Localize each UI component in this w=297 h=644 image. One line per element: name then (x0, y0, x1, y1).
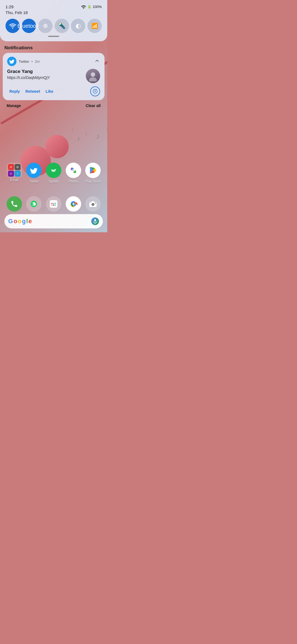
dock-item-whatsapp[interactable] (25, 196, 43, 213)
retweet-button[interactable]: Retweet (23, 88, 42, 95)
svg-point-24 (73, 203, 74, 205)
google-search-bar[interactable]: G o o g l e (4, 214, 103, 228)
svg-rect-31 (94, 219, 96, 222)
photos-app-icon (66, 163, 81, 178)
playstore-label: Play Store (85, 179, 100, 183)
battery-saver-toggle[interactable]: ⊕ (38, 19, 53, 33)
svg-rect-18 (51, 204, 53, 206)
battery-icon: 🔋 (87, 5, 92, 9)
twitter-logo-icon (9, 59, 15, 64)
notif-dot: • (31, 59, 33, 64)
app-item-email[interactable]: M @ D T Email (6, 163, 23, 183)
app-item-playstore[interactable]: Play Store (84, 163, 102, 183)
clear-all-button[interactable]: Clear all (86, 103, 101, 108)
bluetooth-toggle[interactable]: Bluetooth (22, 19, 36, 33)
app-row-1: M @ D T Email Twitter (4, 163, 103, 183)
phone-icon (10, 200, 18, 208)
notif-collapse-button[interactable] (94, 58, 100, 65)
g-letter-3: o (18, 218, 21, 225)
google-logo: G o o g l e (8, 218, 32, 225)
avatar-image (86, 69, 100, 83)
playstore-logo-icon (89, 166, 97, 175)
contacts-icon: @ (15, 164, 21, 170)
email-label: Email (10, 178, 18, 182)
mic-icon (93, 219, 97, 224)
svg-text:Z: Z (94, 91, 95, 92)
g-letter-2: o (13, 218, 17, 225)
date-display: Thu, Feb 18 (6, 10, 28, 15)
g-letter-5: l (26, 218, 28, 225)
spotify-logo-icon (50, 166, 58, 174)
like-button[interactable]: Like (43, 88, 56, 95)
svg-point-0 (83, 8, 84, 9)
hotspot-toggle[interactable]: 📶 (87, 19, 102, 33)
svg-point-1 (12, 28, 13, 29)
notif-user: Grace Yang (7, 69, 86, 74)
dark-mode-icon: ◐ (76, 22, 81, 29)
music-note-4: ♫ (106, 125, 107, 131)
reply-button[interactable]: Reply (7, 88, 22, 95)
svg-rect-20 (54, 204, 56, 206)
app-item-twitter[interactable]: Twitter (25, 163, 43, 183)
notif-actions: Reply Retweet Like Z (7, 86, 100, 96)
spotify-label: Spotify (49, 179, 59, 183)
chrome-dock-icon (66, 196, 81, 212)
dark-mode-toggle[interactable]: ◐ (71, 19, 85, 33)
manage-button[interactable]: Manage (7, 103, 21, 108)
g-letter-4: g (22, 218, 26, 225)
notifications-label: Notifications (0, 41, 107, 53)
date-bar: Thu, Feb 18 (4, 10, 103, 16)
dock-item-phone[interactable] (6, 196, 23, 213)
app-grid: M @ D T Email Twitter (0, 163, 107, 188)
drag-handle[interactable] (48, 36, 59, 37)
whatsapp-dock-icon (26, 196, 42, 212)
slack-dock-icon (46, 196, 61, 212)
svg-rect-29 (92, 201, 94, 203)
twitter-app-logo-icon (30, 167, 38, 174)
twitter-label: Twitter (29, 179, 39, 183)
clock: 1:29 (6, 4, 13, 9)
flashlight-toggle[interactable]: 🔦 (55, 19, 69, 33)
g-letter-6: e (29, 218, 32, 225)
discord-icon: D (8, 171, 14, 177)
quick-toggle-row: Bluetooth ⊕ 🔦 ◐ 📶 (4, 19, 103, 33)
svg-rect-19 (53, 204, 54, 206)
gmail-icon: M (8, 164, 14, 170)
notif-body: Grace Yang https://t.co/DaqMdymQjY (7, 69, 100, 83)
google-mic-button[interactable] (91, 217, 99, 225)
svg-rect-16 (53, 203, 54, 204)
status-bar: 1:29 🔋 100% (4, 3, 103, 10)
app-item-photos[interactable]: Photos (65, 163, 82, 183)
notif-avatar (86, 69, 100, 83)
notif-app-info: Twitter • 2m (7, 57, 40, 66)
notif-header: Twitter • 2m (7, 57, 100, 66)
app-item-spotify[interactable]: Spotify (45, 163, 62, 183)
chevron-up-icon (94, 58, 100, 64)
svg-line-6 (96, 89, 97, 90)
dock-item-chrome[interactable] (65, 196, 82, 213)
snooze-button[interactable]: Z (90, 86, 100, 96)
photos-logo-icon (68, 165, 78, 175)
notification-card-twitter: Twitter • 2m Grace Yang https://t.co/Daq… (3, 53, 105, 100)
svg-point-28 (93, 204, 94, 205)
spotify-app-icon (46, 163, 61, 178)
quick-settings-panel: 1:29 🔋 100% Thu, Feb 18 (0, 0, 107, 41)
avatar-silhouette (87, 70, 98, 81)
photos-label: Photos (68, 179, 78, 183)
deco-circle-2 (45, 135, 69, 158)
battery-percent: 100% (93, 5, 102, 9)
camera-icon (89, 201, 97, 207)
twitter-app-icon (26, 163, 42, 178)
whatsapp-icon (30, 200, 38, 208)
battery-saver-icon: ⊕ (43, 22, 48, 29)
notifications-text: Notifications (4, 45, 33, 50)
bluetooth-symbol: Bluetooth (17, 23, 41, 29)
music-note-1: ♪ (77, 135, 80, 142)
music-note-5: ♩ (72, 127, 73, 131)
phone-dock-icon (7, 196, 22, 212)
wifi-status-icon (81, 5, 86, 9)
flashlight-icon: 🔦 (58, 22, 65, 29)
dock-item-slack[interactable] (45, 196, 62, 213)
svg-rect-17 (54, 203, 56, 204)
dock-item-camera[interactable] (84, 196, 102, 213)
